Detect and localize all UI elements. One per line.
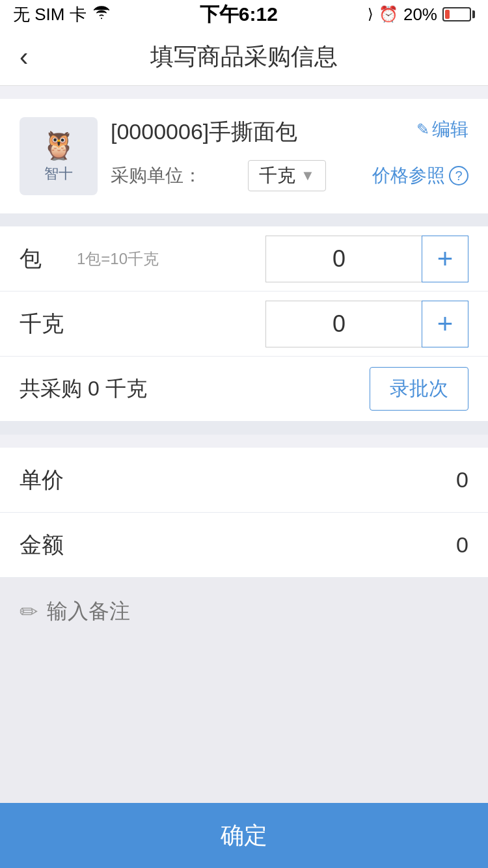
bao-label: 包	[20, 244, 72, 274]
price-ref-button[interactable]: 价格参照 ?	[372, 163, 468, 188]
remark-input[interactable]	[47, 597, 468, 645]
input-section: 包 1包=10千克 + 千克 + 共采购 0 千克 录批次	[0, 226, 488, 422]
nav-bar: ‹ 填写商品采购信息	[0, 29, 488, 86]
batch-button[interactable]: 录批次	[370, 367, 468, 411]
battery-icon	[442, 7, 475, 21]
back-button[interactable]: ‹	[20, 42, 28, 72]
unit-select[interactable]: 千克 ▼	[248, 160, 326, 191]
product-thumb-icon: 🦉	[42, 129, 75, 161]
edit-icon: ✎	[416, 120, 429, 139]
unit-price-label: 单价	[20, 465, 64, 495]
summary-row: 共采购 0 千克 录批次	[0, 357, 488, 422]
kg-row: 千克 +	[0, 292, 488, 357]
status-bar-right: ⟩ ⏰ 20%	[368, 5, 475, 25]
amount-label: 金额	[20, 530, 64, 560]
bao-input-control: +	[265, 236, 468, 282]
bao-input[interactable]	[265, 236, 422, 282]
bao-row: 包 1包=10千克 +	[0, 226, 488, 292]
battery-percent: 20%	[403, 5, 437, 25]
kg-input[interactable]	[265, 301, 422, 347]
price-ref-label: 价格参照	[372, 163, 445, 188]
section-divider-2	[0, 422, 488, 435]
alarm-icon: ⏰	[379, 5, 398, 23]
unit-price-row: 单价 0	[0, 448, 488, 513]
unit-label-text: 采购单位：	[111, 163, 202, 188]
product-thumbnail: 🦉 智十	[20, 117, 98, 195]
chevron-down-icon: ▼	[301, 167, 315, 184]
bao-sub-label: 1包=10千克	[77, 249, 265, 269]
product-name: [0000006]手撕面包	[111, 117, 297, 147]
amount-row: 金额 0	[0, 513, 488, 578]
amount-value: 0	[456, 532, 468, 558]
kg-plus-button[interactable]: +	[422, 301, 468, 347]
info-section: 单价 0 金额 0	[0, 448, 488, 578]
unit-price-value: 0	[456, 467, 468, 493]
section-divider-1	[0, 213, 488, 226]
remark-section: ✏	[0, 578, 488, 665]
remark-icon: ✏	[20, 599, 38, 625]
status-bar-time: 下午6:12	[200, 1, 278, 28]
summary-text: 共采购 0 千克	[20, 375, 147, 403]
carrier-label: 无 SIM 卡	[13, 3, 87, 26]
kg-label: 千克	[20, 309, 72, 339]
status-bar: 无 SIM 卡 下午6:12 ⟩ ⏰ 20%	[0, 0, 488, 29]
product-card: 🦉 智十 [0000006]手撕面包 ✎ 编辑 采购单位： 千克 ▼ 价格参照	[0, 99, 488, 213]
status-bar-left: 无 SIM 卡	[13, 3, 110, 26]
wifi-icon	[93, 4, 110, 25]
page-title: 填写商品采购信息	[150, 41, 338, 73]
bao-plus-button[interactable]: +	[422, 236, 468, 282]
product-info: [0000006]手撕面包 ✎ 编辑 采购单位： 千克 ▼ 价格参照 ?	[111, 117, 468, 191]
unit-value: 千克	[259, 163, 295, 188]
svg-point-0	[101, 18, 102, 19]
kg-input-control: +	[265, 301, 468, 347]
location-icon: ⟩	[368, 6, 373, 23]
confirm-button[interactable]: 确定	[0, 803, 488, 868]
price-ref-info-icon: ?	[449, 166, 468, 185]
product-thumb-label: 智十	[44, 164, 73, 183]
edit-button[interactable]: ✎ 编辑	[416, 117, 468, 142]
confirm-button-label: 确定	[221, 820, 267, 852]
